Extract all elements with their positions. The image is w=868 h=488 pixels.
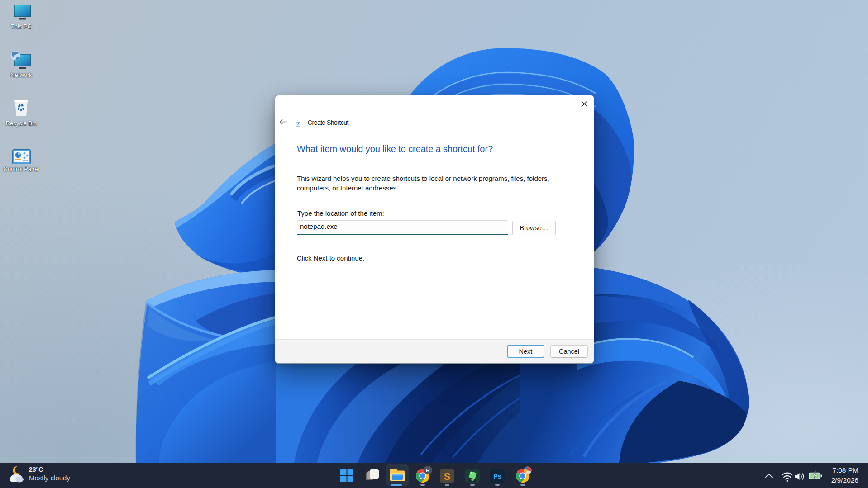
svg-text:S: S xyxy=(444,471,451,482)
svg-text:w: w xyxy=(471,479,474,482)
svg-text:R: R xyxy=(426,468,430,473)
svg-text:Ps: Ps xyxy=(493,473,501,480)
